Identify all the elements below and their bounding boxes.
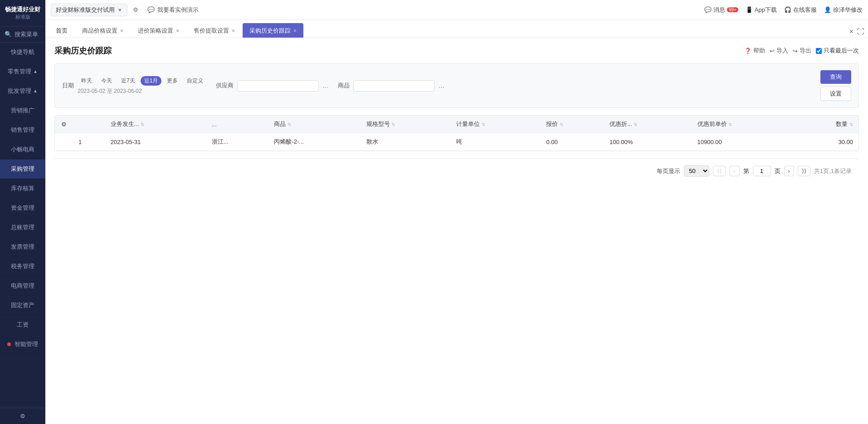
logo-title: 畅捷通好业财 (4, 5, 42, 14)
window-close-button[interactable]: × (849, 28, 853, 36)
messages-button[interactable]: 💬 消息 99+ (704, 6, 738, 14)
tab-home[interactable]: 首页 (49, 23, 74, 38)
window-maximize-button[interactable]: ⛶ (857, 28, 864, 36)
sidebar-item-wholesale[interactable]: 批发管理 ▲ (0, 82, 45, 101)
col-spec[interactable]: 规格型号 ⇅ (361, 116, 451, 133)
last-page-button[interactable]: ⟩⟩ (798, 166, 810, 176)
sort-quantity-icon[interactable]: ⇅ (849, 122, 853, 127)
sidebar-item-quick-nav[interactable]: 快捷导航 (0, 43, 45, 62)
topbar-settings-icon[interactable]: ⚙ (131, 5, 140, 15)
sidebar-item-marketing[interactable]: 营销推广 (0, 101, 45, 120)
sidebar-search[interactable]: 🔍 搜索菜单 (0, 27, 45, 43)
sort-unit-icon[interactable]: ⇅ (482, 122, 485, 127)
col-discount[interactable]: 优惠折... ⇅ (604, 116, 692, 133)
date-opt-more[interactable]: 更多 (163, 76, 181, 86)
sidebar-item-tax[interactable]: 税务管理 (0, 257, 45, 276)
col-quantity[interactable]: 数量 ⇅ (795, 116, 858, 133)
content-area: 采购历史价跟踪 ❓ 帮助 ↩ 导入 ↪ 导出 (45, 38, 868, 424)
product-input[interactable] (353, 80, 435, 92)
sort-spec-icon[interactable]: ⇅ (391, 122, 395, 127)
tab-price[interactable]: 商品价格设置 × (75, 23, 130, 38)
per-page-select[interactable]: 50 10 20 100 (684, 165, 709, 177)
demo-button[interactable]: 💬 我要看实例演示 (144, 4, 202, 16)
date-opt-last1m[interactable]: 近1月 (141, 76, 162, 86)
sidebar-item-sales[interactable]: 销售管理 (0, 120, 45, 140)
chevron-icon: ▲ (33, 88, 38, 93)
tab-sale-pickup[interactable]: 售价提取设置 × (187, 23, 242, 38)
sort-date-icon[interactable]: ⇅ (141, 122, 144, 127)
row-pre-discount-price-cell: 10900.00 (692, 133, 795, 151)
online-service-button[interactable]: 🎧 在线客服 (784, 6, 817, 14)
col-product[interactable]: 商品 ⇅ (268, 116, 361, 133)
next-page-button[interactable]: › (784, 166, 794, 176)
col-pre-discount-price[interactable]: 优惠前单价 ⇅ (692, 116, 795, 133)
tab-purchase-strategy[interactable]: 进价策略设置 × (131, 23, 186, 38)
product-more-button[interactable]: ... (439, 82, 444, 90)
topbar: 好业财标准版交付试用 ▼ ⚙ 💬 我要看实例演示 💬 消息 99+ 📱 App下… (45, 0, 868, 20)
date-opt-yesterday[interactable]: 昨天 (78, 76, 96, 86)
app-download-button[interactable]: 📱 App下载 (746, 6, 777, 14)
tab-home-label: 首页 (56, 27, 68, 35)
prev-page-button[interactable]: ‹ (729, 166, 739, 176)
supplier-more-button[interactable]: ... (322, 82, 328, 90)
row-quote-cell: 0.00 (541, 133, 604, 151)
tabs-bar-right: × ⛶ (849, 28, 864, 38)
help-button[interactable]: ❓ 帮助 (744, 47, 765, 55)
search-icon: 🔍 (5, 31, 12, 38)
product-filter-label: 商品 (338, 82, 350, 90)
sidebar-item-payroll[interactable]: 工资 (0, 315, 45, 335)
sidebar-item-ecommerce-small[interactable]: 小畅电商 (0, 140, 45, 159)
sidebar-item-inventory[interactable]: 库存核算 (0, 179, 45, 198)
query-button[interactable]: 查询 (820, 70, 851, 84)
sidebar-item-finance[interactable]: 资金管理 (0, 198, 45, 218)
sort-product-icon[interactable]: ⇅ (288, 122, 291, 127)
sort-discount-icon[interactable]: ⇅ (634, 122, 637, 127)
tab-history-price-close[interactable]: × (293, 28, 297, 34)
sidebar-item-invoice[interactable]: 发票管理 (0, 237, 45, 257)
only-last-checkbox[interactable] (816, 48, 822, 54)
filter-supplier-item: 供应商 ... (216, 80, 328, 92)
col-more[interactable]: ... (206, 116, 269, 133)
row-supplier-cell: 浙江... (206, 133, 269, 151)
sidebar-item-purchase[interactable]: 采购管理 (0, 159, 45, 179)
only-last-checkbox-label[interactable]: 只看最后一次 (816, 47, 859, 55)
table-row: 1 2023-05-31 浙江... 丙烯酸-2-... 散水 吨 0.00 1… (55, 133, 858, 151)
filter-settings-button[interactable]: 设置 (820, 87, 851, 101)
online-service-label: 在线客服 (793, 6, 817, 14)
sort-prediscount-icon[interactable]: ⇅ (728, 122, 732, 127)
sidebar-search-label: 搜索菜单 (15, 30, 38, 39)
date-opt-last7[interactable]: 近7天 (117, 76, 139, 86)
tab-purchase-strategy-close[interactable]: × (176, 28, 179, 34)
tab-price-close[interactable]: × (120, 28, 123, 34)
supplier-input[interactable] (237, 80, 319, 92)
col-quote[interactable]: 报价 ⇅ (541, 116, 604, 133)
sidebar-item-ledger[interactable]: 总账管理 (0, 218, 45, 237)
online-service-icon: 🎧 (784, 6, 791, 13)
sidebar-item-retail[interactable]: 零售管理 ▲ (0, 62, 45, 82)
col-gear[interactable]: ⚙ (55, 116, 73, 133)
page-title: 采购历史价跟踪 (54, 45, 112, 56)
table-header: ⚙ 业务发生... ⇅ ... 商品 ⇅ (55, 116, 858, 133)
total-info: 共1页,1条记录 (814, 167, 852, 175)
tab-purchase-strategy-label: 进价策略设置 (138, 27, 173, 35)
date-opt-custom[interactable]: 自定义 (183, 76, 207, 86)
first-page-button[interactable]: ⟨⟨ (713, 166, 726, 176)
sidebar-item-assets[interactable]: 固定资产 (0, 296, 45, 315)
tab-sale-pickup-close[interactable]: × (232, 28, 235, 34)
version-selector[interactable]: 好业财标准版交付试用 ▼ (51, 4, 127, 16)
sidebar-bottom-settings[interactable]: ⚙ (0, 408, 45, 424)
table-container: ⚙ 业务发生... ⇅ ... 商品 ⇅ (54, 115, 859, 151)
tab-history-price[interactable]: 采购历史价跟踪 × (243, 23, 303, 38)
sidebar-item-smart[interactable]: 智能管理 (0, 335, 45, 354)
date-opt-today[interactable]: 今天 (98, 76, 116, 86)
col-date[interactable]: 业务发生... ⇅ (105, 116, 206, 133)
col-unit[interactable]: 计量单位 ⇅ (451, 116, 541, 133)
user-menu-button[interactable]: 👤 徐泽华修改 (824, 6, 863, 14)
filter-actions: 查询 设置 (820, 70, 851, 101)
sort-quote-icon[interactable]: ⇅ (560, 122, 563, 127)
page-input[interactable] (753, 166, 771, 176)
import-button[interactable]: ↩ 导入 (770, 47, 788, 55)
export-button[interactable]: ↪ 导出 (793, 47, 811, 55)
sidebar-item-ecommerce[interactable]: 电商管理 (0, 276, 45, 296)
row-date-cell: 2023-05-31 (105, 133, 206, 151)
